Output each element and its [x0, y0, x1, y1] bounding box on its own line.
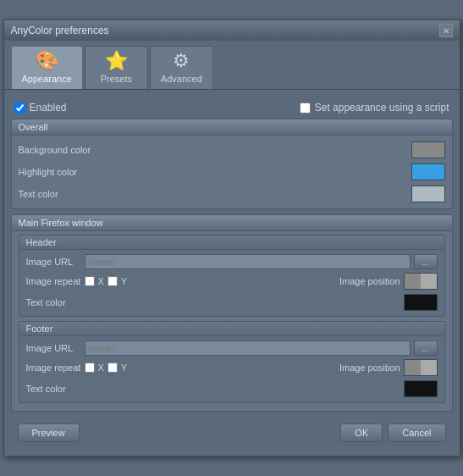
tab-presets[interactable]: ⭐ Presets [85, 46, 148, 89]
script-checkbox-label[interactable]: Set appearance using a script [300, 102, 449, 113]
header-text-color-swatch[interactable] [404, 294, 438, 311]
footer-image-url-label: Image URL [26, 343, 81, 353]
tab-presets-label: Presets [101, 74, 132, 84]
footer-position-label: Image position [339, 363, 400, 373]
header-subsection-body: Image URL ... Image repeat X [19, 250, 444, 316]
header-browse-button[interactable]: ... [414, 254, 438, 269]
footer-repeat-label: Image repeat [26, 363, 81, 373]
header-image-url-row: Image URL ... [26, 252, 438, 271]
overall-text-color-swatch[interactable] [411, 185, 445, 202]
header-y-label: Y [121, 276, 127, 286]
preferences-dialog: AnyColor preferences ✕ 🎨 Appearance ⭐ Pr… [3, 19, 460, 457]
footer-position-group: Image position [339, 359, 438, 376]
script-label: Set appearance using a script [315, 102, 449, 113]
background-color-label: Background color [19, 145, 411, 155]
header-subsection: Header Image URL ... Ima [19, 235, 445, 317]
close-icon: ✕ [443, 26, 449, 36]
tab-advanced-label: Advanced [161, 74, 202, 84]
footer-subsection: Footer Image URL ... Ima [19, 321, 445, 403]
footer-subsection-header: Footer [19, 322, 444, 336]
header-image-url-label: Image URL [26, 257, 81, 267]
enabled-checkbox[interactable] [14, 102, 25, 113]
content-area: Enabled Set appearance using a script Ov… [4, 90, 460, 456]
footer-text-color-row: Text color [26, 378, 438, 400]
footer-text-color-swatch[interactable] [404, 380, 438, 397]
top-controls: Enabled Set appearance using a script [11, 97, 453, 119]
text-color-row: Text color [19, 183, 445, 205]
ok-cancel-group: OK Cancel [340, 423, 445, 442]
header-position-label: Image position [339, 276, 400, 286]
preview-button[interactable]: Preview [18, 423, 80, 442]
header-text-color-label: Text color [26, 297, 404, 307]
header-repeat-x-checkbox[interactable] [85, 276, 95, 286]
tab-appearance[interactable]: 🎨 Appearance [11, 46, 83, 89]
overall-text-color-label: Text color [19, 189, 411, 199]
overall-section-header: Overall [12, 119, 452, 136]
appearance-icon: 🎨 [36, 50, 58, 72]
close-button[interactable]: ✕ [439, 24, 453, 37]
header-repeat-row: Image repeat X Y Image position [26, 271, 438, 291]
footer-text-color-label: Text color [26, 384, 404, 394]
footer-position-swatch[interactable] [404, 359, 438, 376]
bottom-bar: Preview OK Cancel [11, 417, 453, 449]
header-repeat-y-checkbox[interactable] [107, 276, 118, 286]
footer-image-url-input[interactable] [85, 340, 411, 356]
footer-y-label: Y [121, 363, 127, 373]
footer-subsection-body: Image URL ... Image repeat X [19, 336, 444, 402]
overall-section: Overall Background color Highlight color… [11, 119, 453, 209]
tab-advanced[interactable]: ⚙ Advanced [150, 46, 213, 89]
highlight-color-label: Highlight color [19, 167, 411, 177]
header-position-group: Image position [339, 273, 438, 290]
footer-browse-icon: ... [422, 344, 428, 353]
footer-repeat-y-checkbox[interactable] [107, 363, 118, 373]
overall-section-body: Background color Highlight color Text co… [12, 136, 452, 208]
header-position-swatch[interactable] [404, 273, 438, 290]
dialog-title: AnyColor preferences [11, 25, 109, 36]
background-color-row: Background color [19, 139, 445, 161]
footer-repeat-x-checkbox[interactable] [85, 363, 95, 373]
advanced-icon: ⚙ [173, 50, 190, 72]
footer-browse-button[interactable]: ... [414, 340, 438, 356]
ok-button[interactable]: OK [340, 423, 383, 442]
enabled-checkbox-label[interactable]: Enabled [14, 102, 67, 113]
header-subsection-header: Header [19, 235, 444, 250]
footer-x-label: X [98, 363, 104, 373]
enabled-label: Enabled [30, 102, 67, 113]
tab-appearance-label: Appearance [22, 74, 72, 84]
title-bar: AnyColor preferences ✕ [4, 20, 460, 41]
presets-icon: ⭐ [105, 50, 128, 72]
header-text-color-row: Text color [26, 291, 438, 313]
footer-repeat-row: Image repeat X Y Image position [26, 357, 438, 378]
header-x-label: X [98, 276, 104, 286]
highlight-color-swatch[interactable] [411, 163, 445, 180]
background-color-swatch[interactable] [411, 141, 445, 158]
header-browse-icon: ... [422, 257, 428, 267]
cancel-button[interactable]: Cancel [388, 423, 445, 442]
firefox-section-body: Header Image URL ... Ima [12, 231, 452, 411]
header-image-url-input[interactable] [85, 254, 411, 269]
highlight-color-row: Highlight color [19, 161, 445, 183]
firefox-section: Main Firefox window Header Image URL [11, 214, 453, 412]
firefox-section-header: Main Firefox window [12, 215, 452, 231]
header-repeat-label: Image repeat [26, 276, 81, 286]
script-checkbox[interactable] [300, 102, 311, 113]
footer-image-url-row: Image URL ... [26, 339, 438, 357]
tab-bar: 🎨 Appearance ⭐ Presets ⚙ Advanced [4, 41, 460, 90]
